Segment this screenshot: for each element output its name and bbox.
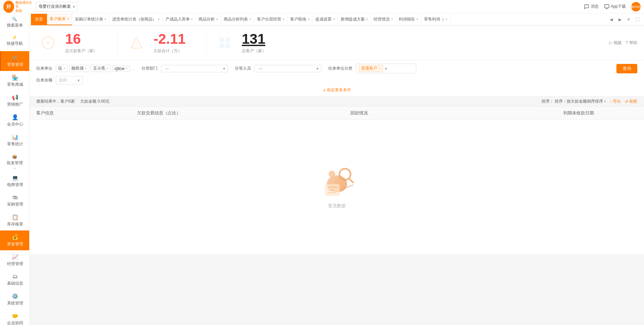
message-button[interactable]: 消息 [584,4,599,9]
main-layout: 🔍 搜索菜单 ⚡ 快捷导航 🛒 零售管理 🏪 零售商城 📢 营销推广 👤 [0,13,644,325]
tab-inbound-stats[interactable]: 进货单统计表（按商品） × [110,14,163,25]
empty-text: 暂无数据 [328,203,346,209]
tab-close-11[interactable]: × [416,17,418,21]
tab-product-analysis[interactable]: 商品分析 × [196,14,221,25]
tab-operations-status[interactable]: 经营情况 × [371,14,396,25]
video-button[interactable]: ▷ 视频 [609,40,621,46]
tab-close-5[interactable]: × [249,17,251,21]
tab-close-1[interactable]: × [104,17,106,21]
operations-icon: 📈 [12,254,18,260]
sidebar-item-retail-mgmt[interactable]: 🛒 零售管理 [0,51,29,71]
tab-close-12[interactable]: × [445,17,447,21]
store-selector[interactable]: 母婴行业演示帐套 ▾ [36,2,78,11]
collapse-button[interactable]: ∧ 收起更多条件 [323,87,351,93]
magnifier-handle [348,178,354,183]
tab-close-10[interactable]: × [391,17,393,21]
balance-filter-label: 往来余额 [36,77,52,83]
sidebar-item-finance[interactable]: 💰 资金管理 [0,230,29,250]
sidebar-item-batch[interactable]: 📦 批发管理 ▾ [0,152,29,171]
top-bar: 好 畅捷通好生意 标版 母婴行业演示帐套 ▾ 消息 App下载 demo2 [0,0,644,13]
svg-rect-8 [225,37,230,42]
filter-tag-0[interactable]: 伍 × [56,65,68,72]
query-button[interactable]: 查询 [616,64,637,73]
filter-tag-1[interactable]: 陈民强 × [69,65,89,72]
table-header-repayment: 回款情况 [350,110,564,116]
tab-close-0[interactable]: × [67,17,69,21]
tab-product-analysis-list[interactable]: 商品分析列表 × [221,14,254,25]
filter-tag-close-0[interactable]: × [63,67,66,70]
tab-close-6[interactable]: × [283,17,285,21]
branch-dept-select[interactable]: ··· ▾ [161,65,228,72]
stat-icon-amount: ! [125,31,148,55]
tab-add-commission[interactable]: 新增提成方案 × [338,14,371,25]
tab-close-7[interactable]: × [308,17,310,21]
tab-prev-button[interactable]: ◀ [607,15,615,24]
app-download-button[interactable]: App下载 [604,4,626,9]
sidebar-item-member[interactable]: 👤 会员中心 [0,111,29,131]
balance-select[interactable]: 选择... ▾ [56,76,83,84]
sidebar-item-retail-mall[interactable]: 🏪 零售商城 [0,71,29,91]
company-type-tag-close[interactable]: × [379,67,381,70]
ecommerce-icon: 💻 [12,175,18,181]
tab-next-button[interactable]: ▶ [616,15,624,24]
export-button[interactable]: ↑ 导出 [610,99,621,104]
sidebar-search[interactable]: 🔍 搜索菜单 [0,13,29,32]
tab-customer-contact[interactable]: 客户联络 × [288,14,313,25]
sidebar-item-sys-mgmt[interactable]: ⚙️ 系统管理 [0,290,29,310]
svg-rect-0 [604,5,609,8]
sidebar-item-enterprise-collab[interactable]: 🤝 企业协同 [0,310,29,325]
sidebar-quick-nav[interactable]: ⚡ 快捷导航 [0,32,29,50]
tab-close-all-button[interactable]: ✕ [625,15,633,24]
top-bar-right: 消息 App下载 demo2 [584,2,641,11]
tab-customer-ledger[interactable]: 客户账本 × [47,14,72,25]
tab-close-8[interactable]: × [333,17,335,21]
filter-tag-3[interactable]: cjttcw × [112,66,130,72]
debt-amount-number: -2.11 [154,32,186,46]
tab-purchase-order[interactable]: 采购订单统计表 × [72,14,110,25]
svg-text:!: ! [136,42,137,47]
help-button[interactable]: ? 帮助 [626,40,637,46]
result-bar-right: 排序： 排序：按欠款金额倒序排序 ▾ ↑ 导出 ↺ 刷新 [542,99,637,104]
filter-tag-2[interactable]: 王小亮 × [91,65,111,72]
sidebar: 🔍 搜索菜单 ⚡ 快捷导航 🛒 零售管理 🏪 零售商城 📢 营销推广 👤 [0,13,30,325]
sys-mgmt-icon: ⚙️ [12,293,18,299]
tab-profit-report[interactable]: 利润报告 × [396,14,421,25]
tab-retail-profit[interactable]: 零售利润（ × [421,14,450,25]
tab-close-3[interactable]: × [191,17,193,21]
tab-close-2[interactable]: × [158,17,160,21]
filter-tag-close-1[interactable]: × [85,67,87,70]
sidebar-item-marketing[interactable]: 📢 营销推广 [0,91,29,111]
mouse-ear [329,171,335,177]
sort-select[interactable]: 排序： 排序：按欠款金额倒序排序 ▾ [542,99,606,104]
app-wrapper: 好 畅捷通好生意 标版 母婴行业演示帐套 ▾ 消息 App下载 demo2 [0,0,644,325]
base-info-icon: 🗂 [12,274,18,280]
filter-tag-close-3[interactable]: × [126,67,128,70]
sidebar-item-inventory[interactable]: 📋 库存核算 [0,211,29,230]
user-avatar[interactable]: demo2 [631,2,641,11]
tab-close-4[interactable]: × [216,17,218,21]
sidebar-item-operations[interactable]: 📈 经营管理 [0,250,29,270]
collapse-up-icon: ∧ [323,88,326,93]
tab-close-9[interactable]: × [366,17,368,21]
filter-tags-container: 伍 × 陈民强 × 王小亮 × [56,65,135,72]
sidebar-item-retail-stats[interactable]: 📊 零售统计 [0,131,29,150]
tab-commission-setting[interactable]: 提成设置 × [313,14,338,25]
filter-tag-close-2[interactable]: × [106,67,109,70]
company-type-select[interactable]: 普通客户 × ▾ [356,64,416,73]
refresh-button[interactable]: ↺ 刷新 [625,99,637,104]
balance-arrow: ▾ [78,78,80,83]
company-type-arrow: ▾ [385,66,387,71]
debt-customers-label: 总欠款客户（家） [65,48,97,54]
sidebar-item-base-info[interactable]: 🗂 基础信息 [0,270,29,290]
tab-home[interactable]: 首页 [31,14,47,25]
more-tags-button[interactable]: ... [131,66,135,71]
sort-arrow: ▾ [604,100,606,103]
tab-expand-button[interactable]: ⛶ [633,15,641,24]
tab-bar: 首页 客户账本 × 采购订单统计表 × 进货单统计表（按商品） × 产成品入库单… [30,13,644,26]
tab-customer-segmentation[interactable]: 客户分层经营 × [254,14,288,25]
stat-block-debt-amount: ! -2.11 欠款合计（万） [118,31,186,55]
tab-product-inbound[interactable]: 产成品入库单 × [163,14,196,25]
branch-person-select[interactable]: ··· ▾ [254,65,321,72]
sidebar-item-purchase[interactable]: 🛍 采购管理 [0,191,29,211]
sidebar-item-ecommerce[interactable]: 💻 电商管理 [0,171,29,191]
